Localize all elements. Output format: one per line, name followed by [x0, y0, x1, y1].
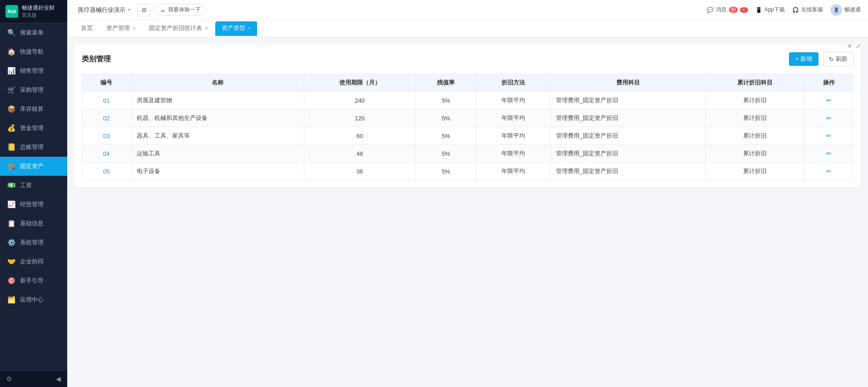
- sidebar-title: 畅捷通好业财 普及版: [22, 5, 55, 18]
- edit-cell[interactable]: ✏: [804, 92, 853, 109]
- cell-5: 管理费用_固定资产折旧: [551, 145, 706, 163]
- edit-icon[interactable]: ✏: [826, 97, 832, 104]
- tab-close-icon[interactable]: ×: [205, 25, 208, 31]
- edit-icon[interactable]: ✏: [826, 168, 832, 175]
- cell-2: 240: [304, 92, 416, 109]
- logo-icon: AtA: [5, 5, 18, 18]
- cell-2: 60: [304, 127, 416, 145]
- edit-icon[interactable]: ✏: [826, 114, 832, 122]
- sidebar-item-label: 固定资产: [20, 162, 44, 170]
- sidebar-item-system[interactable]: ⚙️ 系统管理: [0, 233, 67, 252]
- cloud-icon: ☁: [160, 7, 165, 13]
- edit-cell[interactable]: ✏: [804, 127, 853, 145]
- sidebar-item-ledger[interactable]: 📒 总账管理: [0, 138, 67, 157]
- notification-button[interactable]: 💬 消息 99+: [707, 6, 748, 14]
- app-download-button[interactable]: 📱 App下载: [755, 6, 785, 14]
- notification-label: 消息: [716, 6, 727, 14]
- tab-首页[interactable]: 首页: [74, 21, 99, 36]
- gear-icon: ⚙: [141, 6, 147, 14]
- topbar-settings-button[interactable]: ⚙: [138, 4, 150, 16]
- sidebar-item-guide[interactable]: 🎯 新手引导: [0, 271, 67, 290]
- cell-2: 36: [304, 163, 416, 180]
- sidebar-item-inventory[interactable]: 📦 库存核算: [0, 99, 67, 119]
- content-area: ✕ ⤢ 类别管理 + 新增 ↻ 刷新 编号名称使用期限（月）残值率折旧方法费: [67, 37, 868, 387]
- cell-3: 5%: [415, 163, 476, 180]
- customer-service-button[interactable]: 🎧 在线客服: [792, 6, 823, 14]
- cell-5: 管理费用_固定资产折旧: [551, 92, 706, 109]
- user-menu[interactable]: 👤 畅捷通: [830, 4, 861, 16]
- tab-label: 资产管理: [106, 24, 130, 32]
- sidebar-item-purchase[interactable]: 🛒 采购管理: [0, 80, 67, 99]
- cell-3: 5%: [415, 145, 476, 163]
- edit-cell[interactable]: ✏: [804, 145, 853, 163]
- maximize-button[interactable]: ⤢: [856, 43, 861, 50]
- sidebar-item-label: 搜索菜单: [20, 29, 44, 37]
- salary-icon: 💵: [7, 181, 15, 189]
- enterprise-icon: 🤝: [7, 258, 15, 266]
- collapse-icon[interactable]: ◀: [56, 375, 61, 382]
- app-version: 普及版: [22, 12, 55, 18]
- sidebar-item-funds[interactable]: 💰 资金管理: [0, 119, 67, 138]
- cell-4: 年限平均: [476, 145, 550, 163]
- sidebar-item-salary[interactable]: 💵 工资: [0, 176, 67, 195]
- tab-资产管理[interactable]: 资产管理×: [100, 21, 142, 36]
- close-button[interactable]: ✕: [847, 43, 852, 50]
- download-icon: 📱: [755, 7, 762, 13]
- tab-label: 固定资产折旧统计表: [149, 24, 202, 32]
- cell-0: 05: [82, 163, 131, 180]
- cell-0: 02: [82, 109, 131, 127]
- cell-6: 累计折旧: [706, 92, 804, 109]
- content-panel: 类别管理 + 新增 ↻ 刷新 编号名称使用期限（月）残值率折旧方法费用科目累计折…: [74, 45, 861, 188]
- sidebar-item-label: 新手引导: [20, 277, 44, 285]
- cell-1: 机器、机械和其他生产设备: [131, 109, 304, 127]
- quicknav-icon: 🏠: [7, 48, 15, 56]
- sidebar-item-enterprise[interactable]: 🤝 企业协同: [0, 252, 67, 271]
- table-row: 04运输工具485%年限平均管理费用_固定资产折旧累计折旧✏: [82, 145, 853, 163]
- tab-close-icon[interactable]: ×: [248, 25, 251, 31]
- tab-资产类型[interactable]: 资产类型×: [215, 21, 257, 36]
- col-header-名称: 名称: [131, 74, 304, 92]
- ledger-icon: 📒: [7, 143, 15, 151]
- tab-close-icon[interactable]: ×: [133, 25, 135, 31]
- sidebar-item-label: 系统管理: [20, 238, 44, 247]
- col-header-编号: 编号: [82, 74, 131, 92]
- cell-4: 年限平均: [476, 92, 550, 109]
- experience-button[interactable]: ☁ 我要体验一下: [154, 4, 207, 16]
- sidebar-item-label: 总账管理: [20, 143, 44, 151]
- sidebar-item-quicknav[interactable]: 🏠 快捷导航: [0, 42, 67, 61]
- edit-icon[interactable]: ✏: [826, 132, 832, 139]
- experience-label: 我要体验一下: [168, 6, 201, 14]
- settings-icon[interactable]: ⚙: [6, 375, 12, 382]
- sidebar-item-label: 工资: [20, 181, 32, 189]
- sidebar-item-sales[interactable]: 📊 销售管理: [0, 61, 67, 80]
- username: 畅捷通: [844, 6, 861, 14]
- sidebar-item-operations[interactable]: 📈 经营管理: [0, 195, 67, 214]
- cell-2: 120: [304, 109, 416, 127]
- sidebar-item-label: 采购管理: [20, 86, 44, 94]
- sidebar-item-basic[interactable]: 📋 基础信息: [0, 214, 67, 233]
- new-button[interactable]: + 新增: [789, 52, 818, 66]
- search-icon: 🔍: [7, 29, 15, 37]
- sidebar-item-search[interactable]: 🔍 搜索菜单: [0, 23, 67, 42]
- inventory-icon: 📦: [7, 105, 15, 113]
- table-header-row: 编号名称使用期限（月）残值率折旧方法费用科目累计折旧科目操作: [82, 74, 853, 92]
- sidebar-item-appcenter[interactable]: 🗂️ 应用中心: [0, 290, 67, 309]
- edit-cell[interactable]: ✏: [804, 163, 853, 180]
- tab-固定资产折旧统计表[interactable]: 固定资产折旧统计表×: [143, 21, 214, 36]
- sidebar-item-fixed[interactable]: 🏗️ 固定资产: [0, 157, 67, 176]
- operations-icon: 📈: [7, 200, 15, 208]
- refresh-button[interactable]: ↻ 刷新: [823, 52, 853, 66]
- topbar-right: 💬 消息 99+ 📱 App下载 🎧 在线客服 👤 畅捷通: [707, 4, 861, 16]
- col-header-使用期限（月）: 使用期限（月）: [304, 74, 416, 92]
- sidebar-nav: 🔍 搜索菜单 🏠 快捷导航 📊 销售管理 🛒 采购管理 📦 库存核算 💰 资金管…: [0, 23, 67, 370]
- company-selector[interactable]: 医疗器械行业演示 ▾: [74, 4, 134, 16]
- cell-6: 累计折旧: [706, 109, 804, 127]
- col-header-累计折旧科目: 累计折旧科目: [706, 74, 804, 92]
- table-row: 02机器、机械和其他生产设备1205%年限平均管理费用_固定资产折旧累计折旧✏: [82, 109, 853, 127]
- guide-icon: 🎯: [7, 277, 15, 285]
- window-controls: ✕ ⤢: [847, 43, 861, 50]
- edit-icon[interactable]: ✏: [826, 150, 832, 157]
- table-body: 01房屋及建筑物2405%年限平均管理费用_固定资产折旧累计折旧✏02机器、机械…: [82, 92, 853, 180]
- basic-icon: 📋: [7, 219, 15, 228]
- edit-cell[interactable]: ✏: [804, 109, 853, 127]
